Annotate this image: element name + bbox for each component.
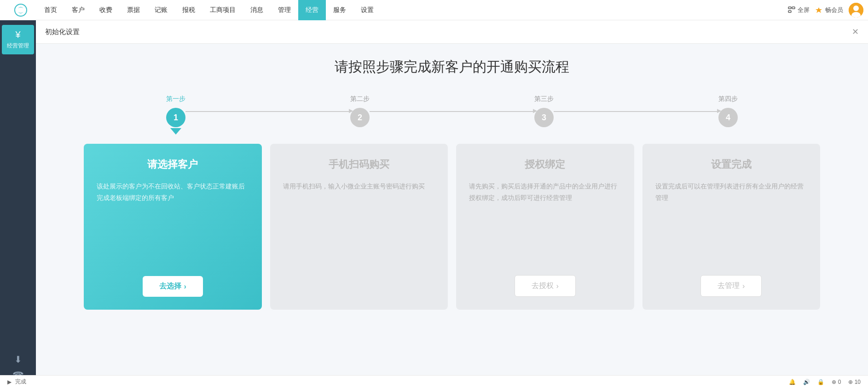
- svg-rect-2: [792, 7, 795, 9]
- nav-home[interactable]: 首页: [37, 0, 64, 20]
- notification-icon[interactable]: 🔔: [789, 379, 796, 385]
- operation-icon: ¥: [15, 29, 20, 40]
- step-circle-3: 3: [534, 108, 554, 127]
- volume-icon[interactable]: 🔊: [803, 379, 810, 385]
- step-circle-1: 1: [166, 108, 185, 127]
- nav-tax[interactable]: 报税: [175, 0, 203, 20]
- nav-operation[interactable]: 经营: [298, 0, 326, 20]
- card-title-2: 手机扫码购买: [283, 158, 435, 171]
- card-desc-4: 设置完成后可以在管理列表进行所有企业用户的经营管理: [655, 181, 808, 275]
- nav-customer[interactable]: 客户: [64, 0, 92, 20]
- main-layout: ¥ 经营管理 ⬇ ☎ 初始化设置 ✕ 请按照步骤完成新客户的开通购买流程 第一步…: [0, 20, 868, 388]
- page-title: 初始化设置: [45, 28, 80, 36]
- nav-settings[interactable]: 设置: [353, 0, 381, 20]
- step-label-3: 第三步: [534, 95, 554, 103]
- svg-marker-4: [816, 7, 822, 13]
- step-item-4: 第四步 4: [636, 95, 820, 127]
- status-left: ▶ 完成: [7, 378, 26, 386]
- card-btn-4[interactable]: 去管理 ›: [700, 275, 762, 297]
- sidebar-item-label: 经营管理: [7, 42, 29, 50]
- step-label-1: 第一步: [166, 95, 185, 103]
- svg-point-6: [853, 6, 859, 11]
- sidebar-item-operation[interactable]: ¥ 经营管理: [2, 25, 34, 54]
- fullscreen-btn[interactable]: 全屏: [788, 6, 810, 14]
- svg-point-0: [15, 4, 27, 16]
- card-desc-2: 请用手机扫码，输入小微企业主账号密码进行购买: [283, 181, 435, 297]
- card-title-4: 设置完成: [655, 158, 808, 171]
- nav-service[interactable]: 服务: [326, 0, 353, 20]
- card-step3: 授权绑定 请先购买，购买后选择开通的产品中的企业用户进行授权绑定，成功后即可进行…: [456, 144, 634, 310]
- chevron-right-icon-3: ›: [556, 282, 559, 290]
- main-content: 请按照步骤完成新客户的开通购买流程 第一步 1 第二步 2: [36, 44, 868, 323]
- steps-container: 第一步 1 第二步 2 第三步 3: [84, 95, 820, 135]
- status-text: 完成: [15, 378, 26, 386]
- cards-container: 请选择客户 该处展示的客户为不在回收站、客户状态正常建账后完成老板端绑定的所有客…: [84, 144, 820, 310]
- nav-bookkeeping[interactable]: 记账: [147, 0, 175, 20]
- lock-icon[interactable]: 🔒: [817, 379, 824, 385]
- sidebar: ¥ 经营管理 ⬇ ☎: [0, 20, 36, 388]
- member-btn[interactable]: 畅会员: [815, 6, 843, 14]
- step-label-4: 第四步: [718, 95, 738, 103]
- status-bar: ▶ 完成 🔔 🔊 🔒 ⊕ 0 ⊕ 10: [0, 375, 868, 388]
- chevron-right-icon-4: ›: [742, 282, 745, 290]
- card-step1: 请选择客户 该处展示的客户为不在回收站、客户状态正常建账后完成老板端绑定的所有客…: [84, 144, 262, 310]
- nav-right: 全屏 畅会员: [788, 3, 863, 18]
- card-title-1: 请选择客户: [97, 158, 249, 171]
- card-step2: 手机扫码购买 请用手机扫码，输入小微企业主账号密码进行购买: [270, 144, 448, 310]
- counter-0: ⊕ 0: [832, 379, 841, 385]
- card-title-3: 授权绑定: [469, 158, 621, 171]
- logo-icon: [5, 4, 37, 17]
- user-avatar[interactable]: [849, 3, 863, 18]
- svg-rect-1: [788, 7, 791, 9]
- nav-fee[interactable]: 收费: [92, 0, 120, 20]
- play-icon[interactable]: ▶: [7, 379, 12, 385]
- close-button[interactable]: ✕: [852, 27, 859, 37]
- download-icon[interactable]: ⬇: [14, 354, 22, 365]
- card-desc-3: 请先购买，购买后选择开通的产品中的企业用户进行授权绑定，成功后即可进行经营管理: [469, 181, 621, 275]
- svg-rect-3: [788, 11, 791, 12]
- counter-10: ⊕ 10: [848, 379, 861, 385]
- nav-items: 首页 客户 收费 票据 记账 报税 工商项目 消息 管理 经营 服务 设置: [37, 0, 788, 20]
- step-item-3: 第三步 3: [452, 95, 636, 127]
- flow-title: 请按照步骤完成新客户的开通购买流程: [335, 58, 569, 76]
- nav-manage[interactable]: 管理: [271, 0, 298, 20]
- card-btn-1[interactable]: 去选择 ›: [143, 276, 203, 297]
- card-desc-1: 该处展示的客户为不在回收站、客户状态正常建账后完成老板端绑定的所有客户: [97, 181, 249, 276]
- top-navigation: 首页 客户 收费 票据 记账 报税 工商项目 消息 管理 经营 服务 设置 全屏…: [0, 0, 868, 20]
- chevron-right-icon: ›: [184, 282, 186, 291]
- card-btn-3[interactable]: 去授权 ›: [515, 275, 576, 297]
- nav-message[interactable]: 消息: [243, 0, 271, 20]
- step-label-2: 第二步: [350, 95, 370, 103]
- card-step4: 设置完成 设置完成后可以在管理列表进行所有企业用户的经营管理 去管理 ›: [642, 144, 821, 310]
- content-area: 初始化设置 ✕ 请按照步骤完成新客户的开通购买流程 第一步 1 第二步 2: [36, 20, 868, 388]
- step-item-1: 第一步 1: [84, 95, 268, 135]
- step-item-2: 第二步 2: [268, 95, 452, 127]
- nav-invoice[interactable]: 票据: [120, 0, 147, 20]
- page-header: 初始化设置 ✕: [36, 20, 868, 44]
- step-pointer-1: [170, 128, 181, 135]
- nav-commerce[interactable]: 工商项目: [203, 0, 243, 20]
- step-circle-2: 2: [350, 108, 370, 127]
- status-right: 🔔 🔊 🔒 ⊕ 0 ⊕ 10: [789, 379, 861, 385]
- step-circle-4: 4: [718, 108, 738, 127]
